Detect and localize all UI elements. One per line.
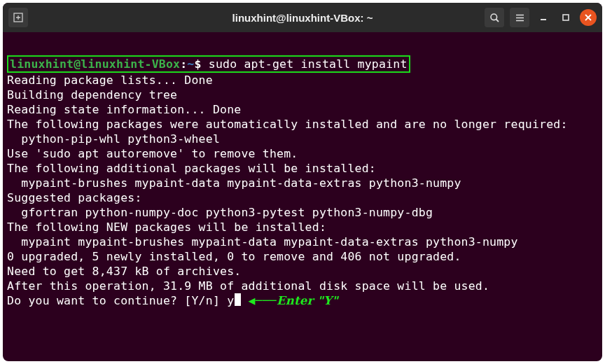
command-text: sudo apt-get install mypaint (209, 57, 408, 71)
output-line: The following packages were automaticall… (7, 118, 568, 131)
window-title: linuxhint@linuxhint-VBox: ~ (232, 12, 373, 24)
output-line: Suggested packages: (7, 191, 142, 204)
cursor (235, 293, 241, 306)
maximize-button[interactable] (557, 9, 574, 26)
svg-point-3 (491, 14, 497, 20)
output-line: gfortran python-numpy-doc python3-pytest… (7, 206, 433, 219)
titlebar: linuxhint@linuxhint-VBox: ~ (3, 3, 602, 32)
output-line: The following additional packages will b… (7, 162, 376, 175)
terminal-window: linuxhint@linuxhint-VBox: ~ linuxhint@li… (3, 3, 602, 361)
prompt-symbol: $ (195, 57, 202, 71)
annotation-arrow-icon: ◀─── (248, 294, 277, 307)
output-line: 0 upgraded, 5 newly installed, 0 to remo… (7, 250, 461, 263)
output-line: Building dependency tree (7, 88, 177, 102)
prompt-user-host: linuxhint@linuxhint-VBox (10, 57, 180, 71)
output-line: python-pip-whl python3-wheel (7, 132, 220, 146)
output-line: After this operation, 31.9 MB of additio… (7, 279, 489, 293)
output-line: mypaint mypaint-brushes mypaint-data myp… (7, 235, 518, 248)
command-highlight-box: linuxhint@linuxhint-VBox:~$ sudo apt-get… (7, 55, 410, 73)
output-line: Reading package lists... Done (7, 74, 213, 87)
output-line: The following NEW packages will be insta… (7, 220, 326, 234)
output-line: Need to get 8,437 kB of archives. (7, 265, 241, 278)
output-line: mypaint-brushes mypaint-data mypaint-dat… (7, 176, 461, 190)
minimize-button[interactable] (535, 9, 552, 26)
terminal-body[interactable]: linuxhint@linuxhint-VBox:~$ sudo apt-get… (3, 32, 602, 327)
output-line: Use 'sudo apt autoremove' to remove them… (7, 147, 298, 160)
search-button[interactable] (485, 8, 504, 27)
svg-rect-9 (563, 15, 569, 20)
output-line: Reading state information... Done (7, 103, 241, 116)
output-prompt-line: Do you want to continue? [Y/n] y (7, 294, 234, 307)
annotation-label: Enter "Y" (277, 294, 338, 307)
prompt-path: ~ (187, 57, 194, 71)
new-tab-button[interactable] (8, 8, 28, 27)
menu-button[interactable] (510, 8, 529, 27)
close-button[interactable] (580, 9, 597, 26)
svg-line-4 (496, 19, 499, 22)
